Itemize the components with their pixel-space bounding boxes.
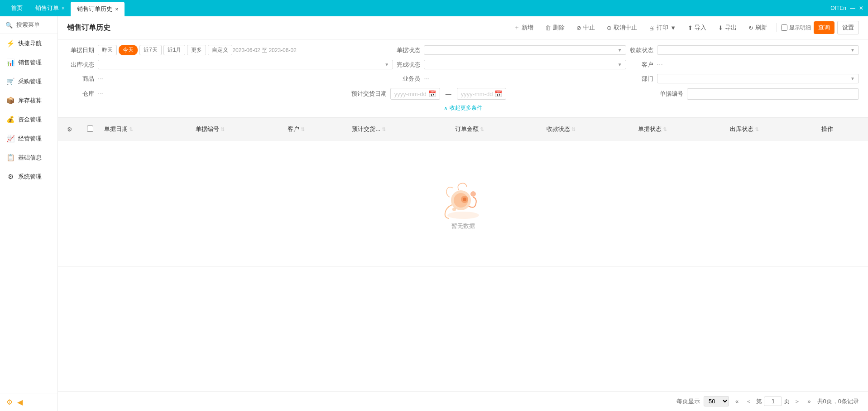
sidebar-item-sales-mgmt[interactable]: 📊销售管理 (0, 53, 58, 72)
delivery-date-start[interactable]: yyyy-mm-dd 📅 (390, 88, 440, 100)
page-label: 第 (756, 397, 762, 406)
sidebar-item-sys-mgmt[interactable]: ⚙系统管理 (0, 167, 58, 186)
svg-point-6 (452, 208, 456, 211)
tab-home[interactable]: 首页 (5, 0, 29, 16)
prev-page-btn[interactable]: ＜ (743, 396, 754, 406)
import-label: 导入 (695, 24, 706, 32)
salesman-picker[interactable]: ··· (424, 75, 430, 82)
dept-arrow: ▼ (850, 76, 855, 81)
tab-close-sales-order-history[interactable]: × (115, 6, 118, 12)
col-customer[interactable]: 客户 ⇅ (282, 118, 347, 140)
toolbar-refresh-button[interactable]: ↻刷新 (744, 21, 772, 34)
filter-salesman-control[interactable]: ··· (424, 75, 626, 82)
date-btn-today[interactable]: 今天 (119, 45, 138, 55)
toolbar-delete-button[interactable]: 🗑删除 (541, 21, 569, 34)
product-picker[interactable]: ··· (98, 75, 104, 82)
date-btn-more[interactable]: 更多 (187, 45, 206, 55)
toolbar-stop-button[interactable]: ⊘中止 (572, 21, 599, 34)
sidebar-item-finance[interactable]: 💰资金管理 (0, 110, 58, 129)
filter-product-control[interactable]: ··· (98, 75, 393, 82)
filter-salesman: 业务员 ··· (393, 75, 626, 83)
sort-icon-date: ⇅ (128, 126, 133, 132)
page-size-select[interactable]: 102050100 (704, 396, 729, 406)
toolbar-export-button[interactable]: ⬇导出 (714, 21, 741, 34)
filter-completion-control[interactable]: ▼ (424, 60, 626, 69)
sidebar-item-purchase-mgmt[interactable]: 🛒采购管理 (0, 72, 58, 91)
export-icon: ⬇ (718, 24, 723, 31)
date-btn-last7[interactable]: 近7天 (139, 45, 162, 55)
page-nav: « ＜ 第 页 ＞ » (733, 396, 813, 406)
filter-salesman-label: 业务员 (393, 75, 420, 83)
tab-close-sales-order[interactable]: × (62, 5, 64, 11)
col-amount[interactable]: 订单金额 ⇅ (450, 118, 541, 140)
tab-sales-order[interactable]: 销售订单× (29, 0, 71, 16)
print-icon: 🖨 (649, 24, 655, 31)
sidebar-item-base-info[interactable]: 📋基础信息 (0, 148, 58, 167)
sidebar-label-inventory: 库存核算 (18, 97, 42, 105)
total-info: 共0页，0条记录 (817, 397, 859, 406)
filter-row-1: 单据日期 昨天今天近7天近1月更多自定义 2023-06-02 至 2023-0… (67, 45, 859, 55)
filter-order-no-control[interactable] (687, 88, 859, 100)
filter-receipt-status-control[interactable]: ▼ (657, 45, 859, 55)
show-detail-checkbox[interactable] (781, 24, 787, 31)
filter-customer-control[interactable]: ··· (657, 61, 859, 68)
toolbar-new-button[interactable]: ＋新增 (509, 21, 538, 34)
order-no-input[interactable] (687, 88, 859, 100)
completion-status-select[interactable]: ▼ (424, 60, 626, 69)
filter-warehouse-control[interactable]: ··· (98, 90, 351, 97)
toolbar-print-button[interactable]: 🖨打印▼ (644, 21, 681, 34)
customer-picker[interactable]: ··· (657, 61, 663, 68)
col-outbound-status[interactable]: 出库状态 ⇅ (724, 118, 816, 140)
sidebar-search[interactable]: 🔍 搜索菜单 (0, 16, 58, 34)
order-status-select[interactable]: ▼ (424, 45, 626, 55)
toolbar-divider (776, 23, 777, 32)
col-no[interactable]: 单据编号 ⇅ (190, 118, 282, 140)
filter-completion-label: 完成状态 (393, 61, 420, 69)
date-btn-yesterday[interactable]: 昨天 (98, 45, 117, 55)
delivery-date-end[interactable]: yyyy-mm-dd 📅 (457, 88, 507, 100)
current-page-input[interactable] (764, 396, 782, 406)
filter-dept-control[interactable]: ▼ (657, 74, 859, 83)
print-dropdown-arrow: ▼ (670, 24, 676, 31)
toolbar-cancel-stop-button[interactable]: ⊙取消中止 (602, 21, 642, 34)
col-order-status[interactable]: 单据状态 ⇅ (633, 118, 724, 140)
warehouse-picker[interactable]: ··· (98, 90, 104, 97)
sidebar-item-operations[interactable]: 📈经营管理 (0, 129, 58, 148)
top-bar-right: OfTEn — ✕ (830, 5, 863, 11)
col-date[interactable]: 单据日期 ⇅ (99, 118, 190, 140)
col-label-no: 单据编号 (196, 126, 219, 132)
dept-select[interactable]: ▼ (657, 74, 859, 83)
last-page-btn[interactable]: » (805, 397, 813, 406)
empty-state: 暂无数据 (58, 140, 868, 266)
close-window-icon[interactable]: ✕ (859, 5, 863, 11)
query-label: 查询 (818, 24, 830, 32)
sidebar: 🔍 搜索菜单 ⚡快捷导航📊销售管理🛒采购管理📦库存核算💰资金管理📈经营管理📋基础… (0, 16, 58, 411)
date-btn-custom[interactable]: 自定义 (208, 45, 232, 55)
filter-delivery-date: 预计交货日期 yyyy-mm-dd 📅 — yyyy-mm-dd 📅 (351, 88, 656, 100)
outbound-status-select[interactable]: ▼ (98, 60, 393, 69)
next-page-btn[interactable]: ＞ (791, 396, 803, 406)
sidebar-label-base-info: 基础信息 (18, 154, 42, 162)
toolbar-import-button[interactable]: ⬆导入 (683, 21, 711, 34)
date-btn-last1m[interactable]: 近1月 (163, 45, 186, 55)
filter-date-label: 单据日期 (67, 46, 94, 54)
filter-outbound-control[interactable]: ▼ (98, 60, 393, 69)
table-config-button[interactable]: ⚙ (63, 123, 76, 135)
receipt-status-select[interactable]: ▼ (657, 45, 859, 55)
tab-sales-order-history[interactable]: 销售订单历史× (71, 2, 124, 16)
sidebar-item-quick-nav[interactable]: ⚡快捷导航 (0, 34, 58, 53)
table-area: ⚙ 单据日期 ⇅单据编号 ⇅客户 ⇅预计交货... ⇅订单金额 ⇅收款状态 ⇅单… (58, 118, 868, 391)
collapse-btn[interactable]: ∧ 收起更多条件 (444, 104, 482, 112)
sidebar-settings-icon[interactable]: ⚙ (6, 398, 13, 406)
sidebar-collapse-icon[interactable]: ◀ (17, 398, 23, 406)
filter-order-status-control[interactable]: ▼ (424, 45, 626, 55)
new-label: 新增 (522, 24, 533, 32)
col-receipt-status[interactable]: 收款状态 ⇅ (541, 118, 633, 140)
query-button[interactable]: 查询 (814, 21, 834, 34)
settings-button[interactable]: 设置 (837, 21, 859, 34)
minimize-icon[interactable]: — (850, 5, 855, 11)
col-delivery[interactable]: 预计交货... ⇅ (346, 118, 449, 140)
first-page-btn[interactable]: « (733, 397, 741, 406)
select-all-checkbox[interactable] (87, 126, 93, 132)
sidebar-item-inventory[interactable]: 📦库存核算 (0, 91, 58, 110)
